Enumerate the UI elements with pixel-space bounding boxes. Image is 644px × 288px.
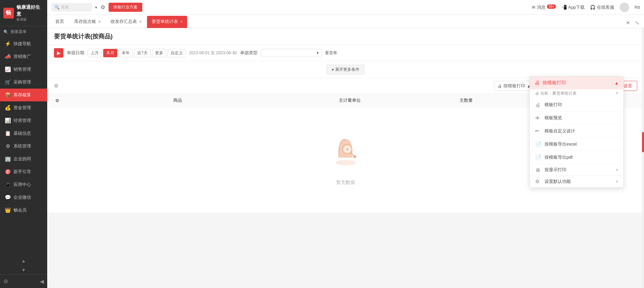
sidebar-item-system[interactable]: ⚙ 系统管理 xyxy=(0,140,47,153)
sidebar-item-operations[interactable]: 📊 经营管理 xyxy=(0,114,47,127)
toolbar-gear-icon[interactable]: ⚙ xyxy=(54,83,58,89)
header-gear-btn[interactable]: ⚙ xyxy=(100,4,105,10)
th-gear[interactable]: ⚙ xyxy=(51,95,64,106)
top-search-box[interactable]: 🔍 搜索 xyxy=(51,3,92,11)
sales-icon: 📈 xyxy=(5,66,11,72)
sidebar-search-item[interactable]: 🔍 搜索菜单 xyxy=(0,26,47,37)
dropdown-item-export-excel[interactable]: 📄 按模板导出excel xyxy=(530,138,623,151)
sidebar-footer: ⚙ ◀ xyxy=(0,275,47,288)
tab-home[interactable]: 首页 xyxy=(51,16,69,28)
date-btn-more[interactable]: 更多 xyxy=(152,49,166,57)
tab-close-all-btn[interactable]: ✕ xyxy=(624,19,632,27)
sidebar-item-sales[interactable]: 📈 销售管理 xyxy=(0,63,47,76)
tab-order-stats[interactable]: 要货单统计表 × xyxy=(147,16,187,28)
tab-inventory-batch[interactable]: 库存批次账 × xyxy=(69,16,105,28)
sidebar-nav: ⚡ 快捷导航 📣 营销推广 📈 销售管理 🛒 采购管理 📦 库存核算 💰 资金管… xyxy=(0,37,47,256)
tab-expand-btn[interactable]: ⤡ xyxy=(634,19,641,27)
sidebar-item-marketing[interactable]: 📣 营销推广 xyxy=(0,50,47,63)
dropdown-current-label: 🖨 当前：要货单统计表 ▾ xyxy=(530,89,623,98)
top-header: 🔍 搜索 ▾ ⚙ 体验行业方案 ✉ 消息 99+ 📲 App下载 🎧 在线客服 … xyxy=(47,0,644,15)
sidebar-item-label: 企业微信 xyxy=(13,194,31,200)
scrollbar-thumb[interactable] xyxy=(642,132,644,152)
app-download-btn[interactable]: 📲 App下载 xyxy=(561,4,585,10)
sidebar-scroll-up[interactable]: ▲ xyxy=(0,256,47,265)
template-print-label: 模板打印 xyxy=(545,102,562,108)
user-avatar[interactable] xyxy=(620,3,629,12)
page-header: 要货单统计表(按商品) xyxy=(47,28,644,45)
sidebar-item-purchase[interactable]: 🛒 采购管理 xyxy=(0,76,47,89)
set-default-label: 设置默认功能 xyxy=(545,179,571,185)
sidebar-item-inventory[interactable]: 📦 库存核算 xyxy=(0,89,47,101)
app-name: 畅康通好生意 xyxy=(17,4,44,17)
sidebar-logo: 畅 畅康通好生意 标准版 xyxy=(0,0,47,26)
sidebar-item-label: 系统管理 xyxy=(13,143,31,149)
username-label: Rit xyxy=(635,5,640,10)
excel-item-icon: 📄 xyxy=(535,141,541,147)
wechat-icon: 💬 xyxy=(5,194,11,200)
chevron-down-icon: ▾ xyxy=(616,91,618,95)
sidebar-item-guide[interactable]: 🎯 新手引导 xyxy=(0,165,47,178)
date-btn-last-7-days[interactable]: 近7天 xyxy=(134,49,151,57)
system-icon: ⚙ xyxy=(5,143,11,149)
dropdown-item-template-design[interactable]: ✏ 模板自定义设计 xyxy=(530,125,623,138)
tab-receipt-summary[interactable]: 收发存汇总表 × xyxy=(106,16,146,28)
date-btn-current-year[interactable]: 本年 xyxy=(119,49,133,57)
dropdown-header: 🖨 按模板打印 ▲ xyxy=(530,76,623,89)
online-service-btn[interactable]: 🎧 在线客服 xyxy=(590,4,614,10)
current-template-label: 当前：要货单统计表 xyxy=(540,91,577,96)
chevron-down-icon: ▾ xyxy=(317,51,319,55)
message-icon: ✉ xyxy=(532,5,535,10)
dropdown-title: 🖨 按模板打印 xyxy=(534,80,566,86)
date-btn-prev-month[interactable]: 上月 xyxy=(88,49,102,57)
sidebar-item-wechat[interactable]: 💬 企业微信 xyxy=(0,191,47,204)
right-scrollbar[interactable] xyxy=(642,28,644,288)
filter-expand-btn[interactable]: ▶ xyxy=(54,48,63,58)
sidebar-item-label: 快捷导航 xyxy=(13,41,31,47)
sidebar-item-app-center[interactable]: 📱 应用中心 xyxy=(0,178,47,191)
sidebar-item-membership[interactable]: 👑 畅会员 xyxy=(0,204,47,217)
printer-icon: 🖨 xyxy=(498,84,502,89)
dropdown-item-set-default[interactable]: ⚙ 设置默认功能 ▾ xyxy=(530,176,623,188)
th-qty: 主数量 xyxy=(408,94,524,107)
purchase-icon: 🛒 xyxy=(5,79,11,85)
tab-bar: 首页 库存批次账 × 收发存汇总表 × 要货单统计表 × ✕ ⤡ xyxy=(47,15,644,28)
tab-close-receipt-summary[interactable]: × xyxy=(139,20,141,24)
trial-btn[interactable]: 体验行业方案 xyxy=(109,3,142,12)
inventory-icon: 📦 xyxy=(5,92,11,98)
tab-inventory-batch-label: 库存批次账 xyxy=(74,19,96,25)
sidebar-search-label: 搜索菜单 xyxy=(10,29,27,35)
date-btn-custom[interactable]: 自定义 xyxy=(168,49,186,57)
print-btn[interactable]: 🖨 按模板打印 ▲ xyxy=(494,81,535,91)
tab-close-inventory-batch[interactable]: × xyxy=(98,20,100,24)
printer-header-icon: 🖨 xyxy=(534,80,540,86)
sidebar-item-quick-nav[interactable]: ⚡ 快捷导航 xyxy=(0,37,47,50)
sidebar-item-label: 新手引导 xyxy=(13,169,31,175)
sidebar-item-enterprise[interactable]: 🏢 企业协同 xyxy=(0,153,47,165)
header-dropdown-btn[interactable]: ▾ xyxy=(95,5,97,10)
expand-more-btn[interactable]: ▾ 展开更多条件 xyxy=(327,65,364,74)
messages-badge: 99+ xyxy=(547,4,556,9)
yaohuodan-label: 要货单 xyxy=(325,50,337,56)
tab-close-order-stats[interactable]: × xyxy=(180,20,182,24)
settings-icon[interactable]: ⚙ xyxy=(3,278,8,285)
dropdown-item-display-print[interactable]: 🖥 按显示打印 ▾ xyxy=(530,164,623,176)
sidebar-item-basic-info[interactable]: 📋 基础信息 xyxy=(0,127,47,140)
template-design-label: 模板自定义设计 xyxy=(545,128,575,134)
collapse-icon[interactable]: ◀ xyxy=(40,278,44,285)
print-dropdown-menu: 🖨 按模板打印 ▲ 🖨 当前：要货单统计表 ▾ 🖨 模板打印 👁 模板预览 ✏ xyxy=(529,76,624,188)
dropdown-item-export-pdf[interactable]: 📄 按模板导出pdf xyxy=(530,151,623,164)
filter-bar: ▶ 单据日期 上月 本月 本年 近7天 更多 自定义 2023-06-01 至 … xyxy=(47,45,644,61)
page-content: 要货单统计表(按商品) ▶ 单据日期 上月 本月 本年 近7天 更多 自定义 2… xyxy=(47,28,644,288)
pdf-item-icon: 📄 xyxy=(535,154,541,160)
date-btn-current-month[interactable]: 本月 xyxy=(103,49,117,57)
guide-icon: 🎯 xyxy=(5,169,11,175)
messages-btn[interactable]: ✉ 消息 99+ xyxy=(532,4,556,10)
doc-type-select[interactable]: ▾ xyxy=(261,49,322,57)
dropdown-collapse-btn[interactable]: ▲ xyxy=(614,81,619,86)
app-logo-text: 畅康通好生意 标准版 xyxy=(17,4,44,22)
dropdown-item-template-preview[interactable]: 👁 模板预览 xyxy=(530,111,623,125)
app-subtitle: 标准版 xyxy=(17,17,44,22)
dropdown-item-template-print[interactable]: 🖨 模板打印 xyxy=(530,98,623,111)
sidebar-scroll-down[interactable]: ▼ xyxy=(0,265,47,275)
sidebar-item-finance[interactable]: 💰 资金管理 xyxy=(0,101,47,114)
